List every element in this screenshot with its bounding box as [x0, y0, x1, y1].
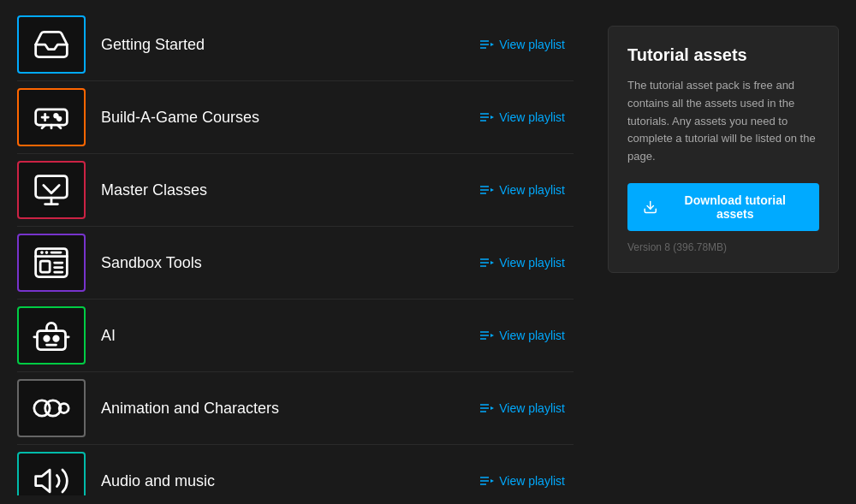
svg-marker-40	[490, 334, 494, 337]
version-text: Version 8 (396.78MB)	[627, 241, 819, 253]
view-playlist-master-classes[interactable]: View playlist	[480, 183, 574, 197]
course-list: Getting Started View playlist Build-A-Ga…	[0, 9, 591, 495]
tutorial-card: Tutorial assets The tutorial asset pack …	[608, 26, 839, 273]
tutorial-card-description: The tutorial asset pack is free and cont…	[627, 77, 819, 166]
course-item-audio-and-music[interactable]: Audio and music View playlist	[17, 445, 574, 495]
right-panel: Tutorial assets The tutorial asset pack …	[591, 9, 856, 495]
playlist-icon	[480, 403, 494, 413]
svg-marker-52	[490, 479, 494, 483]
playlist-icon	[480, 112, 494, 122]
view-playlist-sandbox-tools[interactable]: View playlist	[480, 256, 574, 270]
view-playlist-getting-started[interactable]: View playlist	[480, 38, 574, 51]
playlist-label: View playlist	[499, 401, 565, 415]
course-name-ai: AI	[101, 327, 480, 345]
course-name-master-classes: Master Classes	[101, 181, 480, 199]
playlist-icon	[480, 39, 494, 50]
course-name-sandbox-tools: Sandbox Tools	[101, 254, 480, 272]
course-icon-ai	[17, 306, 86, 365]
course-icon-animation-and-characters	[17, 379, 86, 437]
svg-marker-48	[36, 470, 50, 492]
svg-rect-24	[40, 261, 50, 272]
playlist-label: View playlist	[499, 183, 565, 197]
playlist-label: View playlist	[499, 329, 565, 342]
svg-marker-3	[490, 43, 494, 46]
playlist-icon	[480, 330, 494, 341]
course-icon-getting-started	[17, 15, 86, 74]
svg-point-7	[57, 117, 61, 121]
course-item-sandbox-tools[interactable]: Sandbox Tools View playlist	[17, 227, 574, 299]
course-icon-master-classes	[17, 161, 86, 219]
svg-point-34	[54, 336, 59, 341]
view-playlist-animation-and-characters[interactable]: View playlist	[480, 401, 574, 415]
playlist-icon	[480, 185, 494, 195]
download-icon	[643, 199, 657, 215]
course-item-build-a-game[interactable]: Build-A-Game Courses View playlist	[17, 81, 574, 154]
course-name-audio-and-music: Audio and music	[101, 472, 480, 490]
svg-marker-11	[490, 116, 494, 119]
course-item-getting-started[interactable]: Getting Started View playlist	[17, 9, 574, 81]
svg-marker-18	[490, 188, 494, 192]
course-item-master-classes[interactable]: Master Classes View playlist	[17, 154, 574, 227]
course-icon-audio-and-music	[17, 452, 86, 495]
view-playlist-ai[interactable]: View playlist	[480, 329, 574, 342]
course-name-build-a-game: Build-A-Game Courses	[101, 109, 480, 127]
course-item-ai[interactable]: AI View playlist	[17, 299, 574, 372]
playlist-label: View playlist	[499, 474, 565, 488]
course-icon-build-a-game	[17, 88, 86, 146]
view-playlist-build-a-game[interactable]: View playlist	[480, 110, 574, 124]
view-playlist-audio-and-music[interactable]: View playlist	[480, 474, 574, 488]
course-item-animation-and-characters[interactable]: Animation and Characters View playlist	[17, 372, 574, 445]
svg-marker-47	[490, 406, 494, 410]
playlist-label: View playlist	[499, 38, 565, 51]
playlist-label: View playlist	[499, 110, 565, 124]
playlist-label: View playlist	[499, 256, 565, 270]
course-icon-sandbox-tools	[17, 234, 86, 292]
course-name-animation-and-characters: Animation and Characters	[101, 400, 480, 418]
svg-point-6	[55, 114, 58, 117]
download-button[interactable]: Download tutorial assets	[627, 183, 819, 231]
svg-point-33	[45, 336, 50, 341]
svg-rect-12	[36, 176, 68, 199]
course-name-getting-started: Getting Started	[101, 36, 480, 54]
download-label: Download tutorial assets	[666, 193, 804, 221]
playlist-icon	[480, 258, 494, 268]
svg-rect-32	[38, 331, 66, 350]
playlist-icon	[480, 476, 494, 486]
svg-marker-31	[490, 261, 494, 264]
tutorial-card-title: Tutorial assets	[627, 45, 819, 65]
